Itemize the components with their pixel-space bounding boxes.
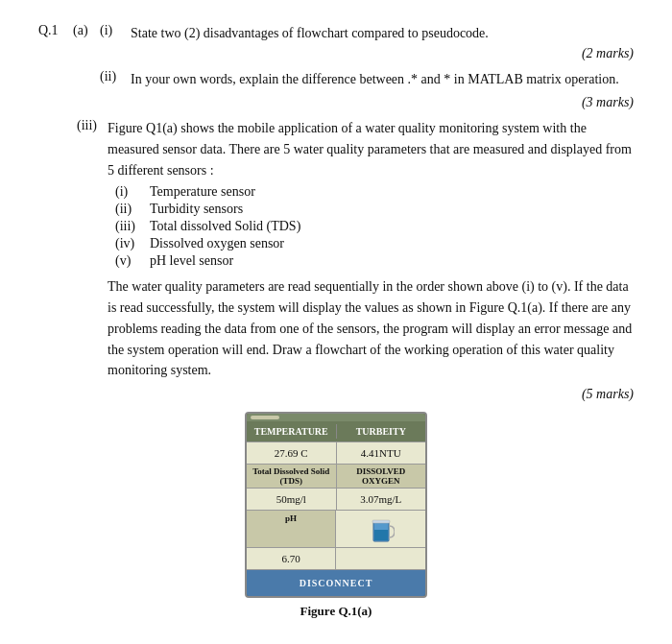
sensor-num-5: (v) [108, 253, 150, 269]
app-section-header-row: Total Dissolved Solid (TDS) DISSOLVED OX… [247, 464, 425, 488]
part-iii-row: (iii) Figure Q1(a) shows the mobile appl… [77, 118, 634, 381]
water-cup-icon [368, 513, 395, 545]
app-disconnect-row[interactable]: DISCONNECT [247, 569, 425, 596]
app-row-1: 27.69 C 4.41NTU [247, 441, 425, 464]
app-ph-value-row: 6.70 [247, 547, 425, 569]
part-iii-label: (iii) [77, 118, 108, 381]
app-ph-icon-spacer [336, 548, 425, 569]
question-block: Q.1 (a) (i) State two (2) disadvantages … [38, 23, 634, 619]
disconnect-button[interactable]: DISCONNECT [284, 575, 389, 591]
part-ii-marks: (3 marks) [38, 95, 634, 110]
svg-rect-2 [372, 520, 390, 523]
list-item: (iv) Dissolved oxygen sensor [108, 236, 634, 251]
part-i-label: (i) [100, 23, 131, 44]
app-tds-value: 50mg/l [247, 489, 337, 510]
app-tds-label: Total Dissolved Solid (TDS) [247, 465, 337, 488]
sensor-num-4: (iv) [108, 236, 150, 251]
app-header-turbidity: TURBEITY [337, 424, 426, 439]
sensor-num-2: (ii) [108, 202, 150, 217]
sensor-label-5: pH level sensor [150, 253, 233, 269]
app-ph-label: pH [247, 511, 336, 547]
app-turb-value: 4.41NTU [337, 442, 426, 464]
part-iii-content: Figure Q1(a) shows the mobile applicatio… [108, 118, 634, 381]
part-iii-body: The water quality parameters are read se… [108, 276, 634, 380]
list-item: (i) Temperature sensor [108, 184, 634, 200]
mobile-app: TEMPERATURE TURBEITY 27.69 C 4.41NTU Tot… [245, 412, 427, 598]
sensor-label-3: Total dissolved Solid (TDS) [150, 219, 300, 234]
sensor-num-3: (iii) [108, 219, 150, 234]
app-do-value: 3.07mg/L [337, 489, 426, 510]
sensor-label-1: Temperature sensor [150, 184, 255, 200]
part-ii-row: (ii) In your own words, explain the diff… [100, 69, 634, 90]
app-do-label: DISSOLVED OXYGEN [337, 465, 426, 488]
figure-wrapper: TEMPERATURE TURBEITY 27.69 C 4.41NTU Tot… [38, 412, 634, 619]
app-ph-icon-cell [336, 511, 425, 547]
part-i-text: State two (2) disadvantages of flowchart… [131, 23, 634, 44]
sensor-num-1: (i) [108, 184, 150, 200]
app-ph-value: 6.70 [247, 548, 336, 569]
question-number: Q.1 [38, 23, 73, 44]
part-i-marks: (2 marks) [38, 46, 634, 61]
app-header-temperature: TEMPERATURE [247, 424, 337, 439]
sensor-label-2: Turbidity sensors [150, 202, 243, 217]
part-iii-marks: (5 marks) [38, 387, 634, 402]
list-item: (iii) Total dissolved Solid (TDS) [108, 219, 634, 234]
part-ii-label: (ii) [100, 69, 131, 90]
part-iii-intro: Figure Q1(a) shows the mobile applicatio… [108, 121, 632, 177]
app-temp-value: 27.69 C [247, 442, 337, 464]
list-item: (v) pH level sensor [108, 253, 634, 269]
question-header: Q.1 (a) (i) State two (2) disadvantages … [38, 23, 634, 44]
svg-rect-1 [374, 530, 388, 540]
figure-caption: Figure Q.1(a) [300, 604, 372, 619]
app-header-row: TEMPERATURE TURBEITY [247, 421, 425, 441]
app-row-2: 50mg/l 3.07mg/L [247, 488, 425, 510]
sensor-list: (i) Temperature sensor (ii) Turbidity se… [108, 184, 634, 269]
app-ph-row: pH [247, 510, 425, 547]
sensor-label-4: Dissolved oxygen sensor [150, 236, 284, 251]
list-item: (ii) Turbidity sensors [108, 202, 634, 217]
part-ii-text: In your own words, explain the differenc… [131, 69, 634, 90]
part-a-label: (a) [73, 23, 100, 44]
